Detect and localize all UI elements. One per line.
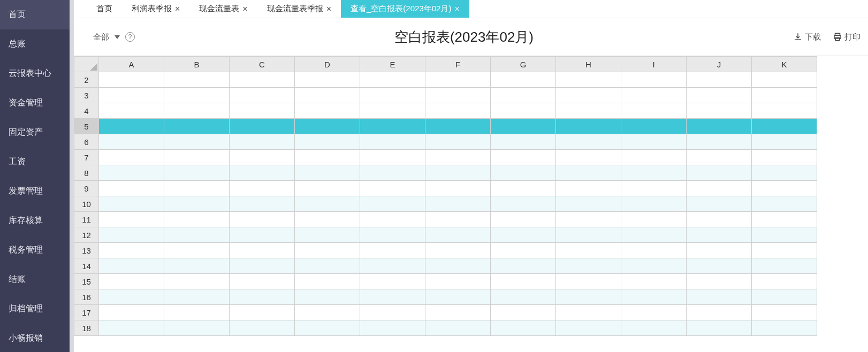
- cell[interactable]: [621, 274, 687, 289]
- tab-home[interactable]: 首页: [87, 0, 122, 18]
- cell[interactable]: [295, 227, 360, 243]
- tab-cashflow[interactable]: 现金流量表 ×: [189, 0, 257, 18]
- cell[interactable]: [491, 150, 556, 165]
- column-header-a[interactable]: A: [99, 57, 164, 72]
- cell[interactable]: [164, 103, 230, 119]
- cell[interactable]: [360, 258, 425, 274]
- row-header[interactable]: 7: [74, 150, 99, 165]
- cell[interactable]: [360, 196, 425, 212]
- close-icon[interactable]: ×: [454, 5, 459, 13]
- cell[interactable]: [687, 119, 752, 134]
- cell[interactable]: [752, 274, 817, 289]
- row-header[interactable]: 8: [74, 165, 99, 181]
- cell[interactable]: [425, 150, 491, 165]
- cell[interactable]: [230, 134, 295, 150]
- sidebar-item-fixed-assets[interactable]: 固定资产: [0, 118, 70, 147]
- cell[interactable]: [360, 119, 425, 134]
- row-header[interactable]: 12: [74, 227, 99, 243]
- cell[interactable]: [230, 212, 295, 227]
- sidebar-item-home[interactable]: 首页: [0, 0, 70, 29]
- cell[interactable]: [99, 103, 164, 119]
- cell[interactable]: [230, 258, 295, 274]
- cell[interactable]: [752, 134, 817, 150]
- cell[interactable]: [752, 165, 817, 181]
- cell[interactable]: [491, 72, 556, 88]
- sidebar-item-invoice-management[interactable]: 发票管理: [0, 177, 70, 206]
- cell[interactable]: [99, 305, 164, 320]
- close-icon[interactable]: ×: [326, 5, 331, 13]
- row-header[interactable]: 11: [74, 212, 99, 227]
- sidebar-item-fund-management[interactable]: 资金管理: [0, 88, 70, 118]
- cell[interactable]: [556, 243, 621, 258]
- cell[interactable]: [230, 289, 295, 305]
- column-header-i[interactable]: I: [621, 57, 687, 72]
- cell[interactable]: [99, 227, 164, 243]
- cell[interactable]: [752, 88, 817, 103]
- cell[interactable]: [687, 320, 752, 336]
- cell[interactable]: [164, 243, 230, 258]
- download-button[interactable]: 下载: [793, 32, 821, 42]
- cell[interactable]: [425, 181, 491, 196]
- cell[interactable]: [687, 258, 752, 274]
- sidebar-item-inventory-accounting[interactable]: 库存核算: [0, 206, 70, 235]
- cell[interactable]: [556, 88, 621, 103]
- cell[interactable]: [99, 274, 164, 289]
- cell[interactable]: [621, 88, 687, 103]
- cell[interactable]: [164, 165, 230, 181]
- cell[interactable]: [621, 258, 687, 274]
- cell[interactable]: [295, 119, 360, 134]
- cell[interactable]: [491, 243, 556, 258]
- cell[interactable]: [556, 274, 621, 289]
- row-header[interactable]: 2: [74, 72, 99, 88]
- cell[interactable]: [99, 88, 164, 103]
- cell[interactable]: [99, 72, 164, 88]
- cell[interactable]: [360, 227, 425, 243]
- cell[interactable]: [295, 181, 360, 196]
- sidebar-item-cloud-report-center[interactable]: 云报表中心: [0, 59, 70, 88]
- cell[interactable]: [752, 196, 817, 212]
- cell[interactable]: [687, 274, 752, 289]
- cell[interactable]: [752, 212, 817, 227]
- cell[interactable]: [621, 134, 687, 150]
- cell[interactable]: [556, 196, 621, 212]
- cell[interactable]: [752, 150, 817, 165]
- cell[interactable]: [425, 196, 491, 212]
- cell[interactable]: [360, 150, 425, 165]
- cell[interactable]: [491, 320, 556, 336]
- cell[interactable]: [687, 88, 752, 103]
- cell[interactable]: [621, 320, 687, 336]
- cell[interactable]: [164, 212, 230, 227]
- cell[interactable]: [230, 243, 295, 258]
- cell[interactable]: [556, 305, 621, 320]
- cell[interactable]: [687, 305, 752, 320]
- cell[interactable]: [230, 150, 295, 165]
- cell[interactable]: [295, 305, 360, 320]
- column-header-g[interactable]: G: [491, 57, 556, 72]
- cell[interactable]: [360, 274, 425, 289]
- cell[interactable]: [295, 150, 360, 165]
- column-header-b[interactable]: B: [164, 57, 230, 72]
- row-header[interactable]: 17: [74, 305, 99, 320]
- cell[interactable]: [425, 212, 491, 227]
- column-header-k[interactable]: K: [752, 57, 817, 72]
- cell[interactable]: [360, 165, 425, 181]
- cell[interactable]: [425, 305, 491, 320]
- cell[interactable]: [491, 181, 556, 196]
- cell[interactable]: [295, 72, 360, 88]
- cell[interactable]: [752, 227, 817, 243]
- cell[interactable]: [295, 243, 360, 258]
- cell[interactable]: [556, 103, 621, 119]
- cell[interactable]: [556, 258, 621, 274]
- cell[interactable]: [295, 274, 360, 289]
- tab-profit-quarterly[interactable]: 利润表季报 ×: [122, 0, 189, 18]
- cell[interactable]: [687, 150, 752, 165]
- cell[interactable]: [164, 227, 230, 243]
- cell[interactable]: [425, 227, 491, 243]
- cell[interactable]: [621, 212, 687, 227]
- cell[interactable]: [687, 103, 752, 119]
- cell[interactable]: [556, 119, 621, 134]
- cell[interactable]: [230, 196, 295, 212]
- cell[interactable]: [230, 181, 295, 196]
- cell[interactable]: [360, 243, 425, 258]
- cell[interactable]: [752, 305, 817, 320]
